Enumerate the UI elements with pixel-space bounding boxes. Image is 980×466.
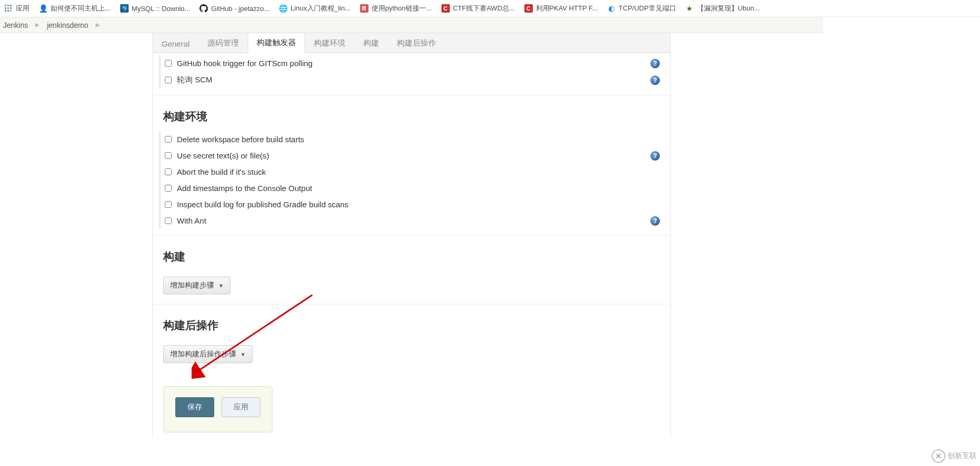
opt-label: Abort the build if it's stuck (177, 167, 266, 176)
opt-label: 轮询 SCM (177, 75, 213, 85)
bookmark-label: 如何使不同主机上... (50, 4, 111, 13)
bookmark-item-0[interactable]: 👤如何使不同主机上... (39, 4, 111, 13)
svg-rect-7 (7, 10, 9, 12)
tab-scm[interactable]: 源码管理 (198, 33, 248, 53)
svg-rect-5 (10, 7, 12, 9)
chevron-right-icon: ▶ (96, 22, 100, 28)
svg-rect-3 (5, 7, 6, 9)
c-icon: C (524, 4, 533, 13)
drop-btn-label: 增加构建步骤 (170, 281, 214, 290)
help-icon[interactable]: ? (650, 216, 660, 226)
trigger-section: GitHub hook trigger for GITScm polling ?… (153, 53, 670, 96)
person-icon: 👤 (39, 4, 47, 13)
opt-abort-stuck[interactable]: Abort the build if it's stuck (159, 164, 660, 180)
main-content: General 源码管理 构建触发器 构建环境 构建 构建后操作 GitHub … (0, 33, 823, 438)
bookmark-item-8[interactable]: ★【漏洞复现】Ubun... (686, 4, 760, 13)
svg-rect-0 (5, 5, 6, 6)
checkbox-timestamps[interactable] (165, 185, 172, 192)
checkbox-github-hook[interactable] (165, 60, 172, 67)
caret-down-icon: ▼ (218, 283, 224, 289)
opt-label: Use secret text(s) or file(s) (177, 151, 269, 160)
section-title-env: 构建环境 (163, 109, 660, 124)
help-icon[interactable]: ? (650, 59, 660, 68)
section-title-post: 构建后操作 (163, 318, 660, 333)
opt-poll-scm[interactable]: 轮询 SCM ? (159, 71, 660, 89)
svg-rect-8 (10, 10, 12, 12)
apply-button[interactable]: 应用 (222, 397, 260, 417)
drop-btn-label: 增加构建后操作步骤 (170, 350, 236, 359)
checkbox-with-ant[interactable] (165, 217, 172, 224)
bookmark-label: 【漏洞复现】Ubun... (697, 4, 760, 13)
bookmark-label: 使用python链接一... (372, 4, 432, 13)
tcp-icon: ◐ (607, 4, 616, 13)
add-post-build-step-button[interactable]: 增加构建后操作步骤 ▼ (163, 345, 252, 363)
bookmark-label: CTF线下赛AWD总... (453, 4, 515, 13)
svg-rect-2 (10, 5, 12, 6)
bookmark-item-5[interactable]: CCTF线下赛AWD总... (441, 4, 515, 13)
bookmark-apps[interactable]: 应用 (4, 4, 29, 13)
opt-delete-ws[interactable]: Delete workspace before build starts (159, 131, 660, 147)
apps-icon (4, 4, 13, 13)
opt-github-hook[interactable]: GitHub hook trigger for GITScm polling ? (159, 55, 660, 71)
globe-icon: 🌐 (279, 4, 288, 13)
tab-triggers[interactable]: 构建触发器 (248, 33, 305, 53)
env-section: 构建环境 Delete workspace before build start… (153, 96, 670, 236)
bookmark-label: MySQL :: Downlo... (132, 5, 191, 13)
svg-rect-1 (7, 5, 9, 6)
c-icon: C (441, 4, 450, 13)
tab-build[interactable]: 构建 (354, 33, 388, 53)
opt-label: Inspect build log for published Gradle b… (177, 200, 349, 209)
chevron-right-icon: ▶ (35, 22, 39, 28)
tab-bar: General 源码管理 构建触发器 构建环境 构建 构建后操作 (153, 33, 670, 53)
bookmark-label: 利用PKAV HTTP F... (536, 4, 598, 13)
caret-down-icon: ▼ (240, 352, 246, 357)
breadcrumb-item-1[interactable]: jenkinsdemo (47, 21, 88, 29)
svg-rect-4 (7, 7, 9, 9)
build-section: 构建 增加构建步骤 ▼ (153, 236, 670, 304)
mysql-icon: 🐬 (120, 4, 129, 13)
opt-with-ant[interactable]: With Ant ? (159, 213, 660, 229)
tab-env[interactable]: 构建环境 (305, 33, 354, 53)
bookmarks-bar: 应用 👤如何使不同主机上... 🐬MySQL :: Downlo... GitH… (0, 0, 980, 17)
section-title-build: 构建 (163, 249, 660, 264)
opt-gradle-scan[interactable]: Inspect build log for published Gradle b… (159, 196, 660, 213)
bookmark-item-4[interactable]: 简使用python链接一... (360, 4, 432, 13)
bookmark-label: 应用 (16, 4, 29, 13)
tab-general[interactable]: General (153, 34, 198, 53)
bookmark-item-3[interactable]: 🌐Linux入门教程_lin... (279, 4, 351, 13)
opt-secret-text[interactable]: Use secret text(s) or file(s) ? (159, 147, 660, 164)
opt-label: Add timestamps to the Console Output (177, 184, 312, 193)
config-panel: General 源码管理 构建触发器 构建环境 构建 构建后操作 GitHub … (152, 33, 671, 438)
tab-post[interactable]: 构建后操作 (388, 33, 445, 53)
help-icon[interactable]: ? (650, 76, 660, 85)
bookmark-label: Linux入门教程_lin... (291, 4, 351, 13)
bookmark-label: GitHub - jpetazzo... (211, 5, 269, 13)
opt-label: With Ant (177, 216, 206, 225)
svg-rect-6 (5, 10, 6, 12)
opt-timestamps[interactable]: Add timestamps to the Console Output (159, 180, 660, 196)
footer-actions: 保存 应用 (163, 386, 272, 432)
opt-label: GitHub hook trigger for GITScm polling (177, 59, 312, 68)
checkbox-gradle-scan[interactable] (165, 201, 172, 208)
bookmark-item-2[interactable]: GitHub - jpetazzo... (199, 4, 269, 13)
bookmark-item-6[interactable]: C利用PKAV HTTP F... (524, 4, 598, 13)
breadcrumb: Jenkins ▶ jenkinsdemo ▶ (0, 17, 823, 33)
save-button[interactable]: 保存 (175, 397, 214, 417)
bookmark-label: TCP/UDP常见端口 (619, 4, 676, 13)
post-build-section: 构建后操作 增加构建后操作步骤 ▼ (153, 304, 670, 373)
breadcrumb-item-0[interactable]: Jenkins (3, 21, 28, 29)
add-build-step-button[interactable]: 增加构建步骤 ▼ (163, 277, 230, 294)
checkbox-abort-stuck[interactable] (165, 168, 172, 175)
checkbox-delete-ws[interactable] (165, 136, 172, 143)
star-icon: ★ (686, 4, 694, 13)
checkbox-secret-text[interactable] (165, 152, 172, 159)
bookmark-item-7[interactable]: ◐TCP/UDP常见端口 (607, 4, 676, 13)
opt-label: Delete workspace before build starts (177, 135, 304, 144)
help-icon[interactable]: ? (650, 151, 660, 161)
checkbox-poll-scm[interactable] (165, 77, 172, 83)
bookmark-item-1[interactable]: 🐬MySQL :: Downlo... (120, 4, 191, 13)
github-icon (199, 4, 208, 13)
py-icon: 简 (360, 4, 368, 13)
